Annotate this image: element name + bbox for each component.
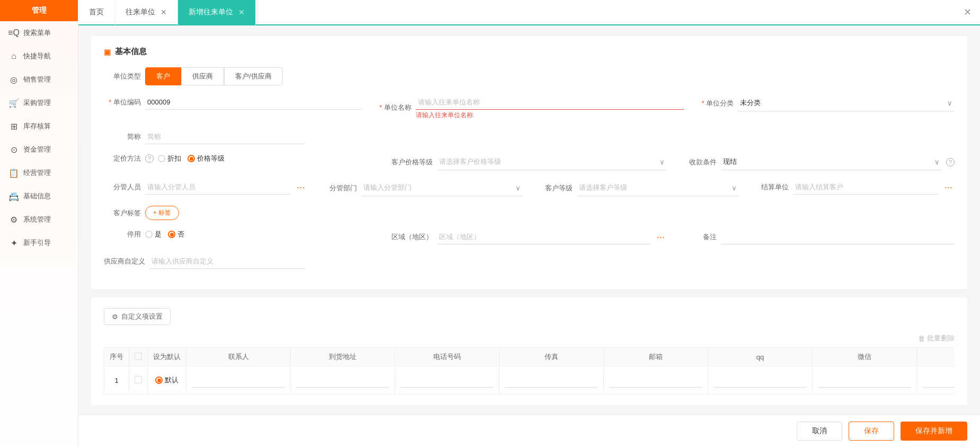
- unit-type-customer-btn[interactable]: 客户: [145, 67, 181, 85]
- unit-category-value: 未分类: [740, 98, 761, 108]
- pricing-discount-radio[interactable]: 折扣: [158, 154, 181, 163]
- col-no: 序号: [104, 348, 129, 366]
- row-no: 1: [104, 366, 129, 395]
- unit-name-label: 单位名称: [375, 103, 412, 112]
- tab-partners-close[interactable]: ✕: [161, 8, 167, 16]
- col-check: [129, 348, 148, 366]
- cancel-button[interactable]: 取消: [797, 422, 842, 441]
- notes-label: 备注: [680, 232, 717, 242]
- region-more-icon[interactable]: ···: [655, 232, 667, 242]
- form-content: ▣ 基本信息 单位类型 客户 供应商 客户/供应商 单位编码: [78, 25, 980, 415]
- department-arrow-icon: ∨: [515, 184, 521, 192]
- sidebar-item-label: 搜索菜单: [23, 28, 51, 38]
- region-label: 区域（地区）: [391, 232, 433, 242]
- pricing-row: 定价方法 ? 折扣 价格等级 客户价格等级: [104, 154, 955, 170]
- manager-input[interactable]: [145, 180, 290, 195]
- contact-input[interactable]: [192, 373, 285, 388]
- pricing-help-icon[interactable]: ?: [145, 154, 154, 163]
- sidebar-item-search[interactable]: ≡Q 搜索菜单: [0, 21, 78, 45]
- disabled-no-radio[interactable]: 否: [168, 230, 184, 239]
- settlement-more-icon[interactable]: ···: [942, 182, 955, 192]
- section-title-icon: ▣: [104, 48, 111, 56]
- sidebar-item-operations[interactable]: 📋 经营管理: [0, 161, 78, 185]
- contact-table-container: 序号 设为默认 联系人 到货地址 电话号码 传真 邮箱 qq 微信: [104, 347, 955, 395]
- manager-row: 分管人员 ··· 分管部门 请输入分管部门 ∨ 客户等级 请选择客户等级 ∨: [104, 180, 955, 196]
- footer: 取消 保存 保存并新增: [78, 415, 980, 447]
- add-tag-button[interactable]: + 标签: [145, 206, 179, 220]
- unit-type-both-btn[interactable]: 客户/供应商: [224, 67, 283, 85]
- col-wechat: 微信: [813, 348, 917, 366]
- manager-more-icon[interactable]: ···: [295, 182, 307, 192]
- sidebar-item-guide[interactable]: ✦ 新手引导: [0, 231, 78, 255]
- custom-settings-button[interactable]: ⚙ 自定义项设置: [104, 308, 171, 325]
- pricing-level-radio[interactable]: 价格等级: [188, 154, 225, 163]
- row-checkbox[interactable]: [135, 376, 142, 383]
- save-button[interactable]: 保存: [849, 422, 894, 441]
- col-address: 到货地址: [291, 348, 395, 366]
- table-body: 1 默认: [104, 366, 955, 395]
- guide-icon: ✦: [8, 238, 19, 248]
- finance-icon: ⊙: [8, 144, 19, 155]
- tag-field: 客户标签 + 标签: [104, 206, 955, 220]
- supplier-custom-row: 供应商自定义: [104, 254, 955, 269]
- row-qq: [708, 366, 813, 395]
- customer-level-select[interactable]: 请选择客户等级 ∨: [577, 180, 739, 196]
- sidebar-item-label: 销售管理: [23, 75, 51, 84]
- region-field: 区域（地区） ···: [391, 230, 666, 244]
- sidebar-item-label: 快捷导航: [23, 51, 51, 61]
- sidebar-item-purchase[interactable]: 🛒 采购管理: [0, 91, 78, 115]
- row-region-input[interactable]: [922, 373, 955, 388]
- unit-name-input[interactable]: [416, 95, 684, 110]
- row-default-radio[interactable]: 默认: [153, 375, 181, 385]
- payment-terms-select[interactable]: 现结 ∨: [721, 154, 942, 170]
- tab-partners[interactable]: 往来单位 ✕: [115, 0, 178, 25]
- sidebar-item-inventory[interactable]: ⊞ 库存核算: [0, 115, 78, 138]
- tab-new-partner[interactable]: 新增往来单位 ✕: [178, 0, 256, 25]
- payment-terms-help-icon[interactable]: ?: [946, 158, 955, 166]
- region-input[interactable]: [437, 230, 650, 244]
- payment-terms-label: 收款条件: [680, 157, 717, 167]
- address-input[interactable]: [296, 373, 389, 388]
- unit-code-input[interactable]: [145, 95, 362, 110]
- tab-home[interactable]: 首页: [78, 0, 115, 25]
- sidebar-item-system[interactable]: ⚙ 系统管理: [0, 208, 78, 231]
- supplier-custom-field: 供应商自定义: [104, 254, 305, 269]
- col-default: 设为默认: [148, 348, 186, 366]
- abbreviation-input[interactable]: [145, 129, 305, 144]
- sidebar-item-finance[interactable]: ⊙ 资金管理: [0, 138, 78, 161]
- sidebar-item-basic-info[interactable]: 📇 基础信息: [0, 185, 78, 208]
- supplier-custom-input[interactable]: [149, 254, 305, 269]
- customer-price-select[interactable]: 请选择客户价格等级 ∨: [437, 154, 666, 170]
- settlement-input[interactable]: [793, 180, 938, 195]
- col-fax: 传真: [500, 348, 604, 366]
- fax-input[interactable]: [505, 373, 598, 388]
- department-field: 分管部门 请输入分管部门 ∨: [320, 180, 523, 196]
- sidebar-item-sales[interactable]: ◎ 销售管理: [0, 68, 78, 91]
- delete-icon: 🗑: [918, 335, 925, 343]
- unit-category-label: 单位分类: [697, 99, 734, 108]
- home-icon: ⌂: [8, 51, 19, 62]
- supplier-custom-label: 供应商自定义: [104, 257, 145, 266]
- wechat-input[interactable]: [818, 373, 911, 388]
- email-input[interactable]: [609, 373, 702, 388]
- phone-input[interactable]: [400, 373, 494, 388]
- sidebar-item-label: 资金管理: [23, 145, 51, 154]
- unit-name-field-wrap: 单位名称 请输入往来单位名称: [375, 95, 684, 120]
- sidebar-item-label: 经营管理: [23, 168, 51, 178]
- close-all-tabs-button[interactable]: ✕: [955, 6, 980, 18]
- unit-type-label: 单位类型: [104, 72, 141, 81]
- unit-type-supplier-btn[interactable]: 供应商: [181, 67, 224, 85]
- unit-category-select[interactable]: 未分类 ∨: [738, 95, 955, 111]
- basic-info-icon: 📇: [8, 191, 19, 201]
- select-all-checkbox[interactable]: [135, 353, 142, 360]
- batch-delete-button[interactable]: 🗑 批量删除: [918, 334, 955, 343]
- disabled-yes-radio[interactable]: 是: [145, 230, 162, 239]
- sidebar-item-quick-nav[interactable]: ⌂ 快捷导航: [0, 45, 78, 68]
- save-and-new-button[interactable]: 保存并新增: [901, 422, 967, 441]
- default-circle: [155, 376, 163, 384]
- notes-input[interactable]: [721, 230, 955, 244]
- col-email: 邮箱: [604, 348, 708, 366]
- qq-input[interactable]: [714, 373, 807, 388]
- tab-new-partner-close[interactable]: ✕: [238, 8, 245, 16]
- department-select[interactable]: 请输入分管部门 ∨: [361, 180, 523, 196]
